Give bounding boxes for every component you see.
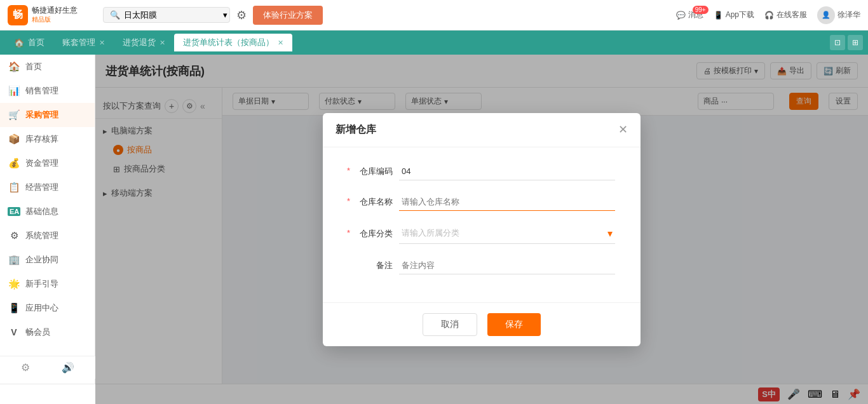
code-input[interactable] [399, 163, 615, 180]
sidebar-item-finance[interactable]: 💰 资金管理 [0, 151, 95, 175]
sidebar-sales-label: 销售管理 [25, 85, 58, 97]
sidebar-member-label: 畅会员 [25, 327, 50, 338]
sidebar-item-home[interactable]: 🏠 首页 [0, 55, 95, 79]
form-row-name: 仓库名称 [348, 193, 615, 211]
modal-close-button[interactable]: ✕ [618, 124, 628, 135]
sidebar-item-purchase[interactable]: 🛒 采购管理 [0, 103, 95, 127]
category-label: 仓库分类 [348, 228, 399, 239]
app-download-button[interactable]: 📱 App下载 [714, 10, 754, 20]
tab-purchase-return-close[interactable]: ✕ [159, 39, 165, 47]
sidebar-item-member[interactable]: V 畅会员 [0, 320, 95, 344]
sidebar-home-label: 首页 [25, 61, 42, 72]
enterprise-icon: 🏢 [8, 254, 20, 266]
search-icon: 🔍 [110, 10, 120, 20]
sidebar-item-enterprise[interactable]: 🏢 企业协同 [0, 248, 95, 272]
sidebar-item-inventory[interactable]: 📦 库存核算 [0, 127, 95, 151]
category-select[interactable]: 请输入所属分类 ▾ [399, 224, 615, 244]
sidebar-guide-label: 新手引导 [25, 278, 58, 290]
experience-button[interactable]: 体验行业方案 [253, 6, 323, 25]
sidebar-inventory-label: 库存核算 [25, 133, 58, 145]
purchase-icon: 🛒 [8, 109, 20, 121]
home-sidebar-icon: 🏠 [8, 61, 20, 72]
app-download-label: App下载 [726, 10, 754, 20]
logo-sub: 精品版 [32, 15, 78, 24]
code-label: 仓库编码 [348, 166, 399, 177]
mobile-icon: 📱 [714, 11, 723, 20]
username: 徐泽华 [837, 10, 860, 20]
main-layout: 🏠 首页 📊 销售管理 🛒 采购管理 📦 库存核算 💰 资金管理 📋 经营管理 … [0, 55, 868, 404]
sidebar-item-basic[interactable]: EA 基础信息 [0, 199, 95, 224]
category-dropdown-icon: ▾ [607, 227, 613, 239]
guide-icon: 🌟 [8, 278, 20, 290]
name-label: 仓库名称 [348, 196, 399, 208]
tab-home-label: 首页 [28, 37, 44, 48]
tab-purchase-return[interactable]: 进货退货 ✕ [114, 34, 174, 51]
online-service-label: 在线客服 [776, 10, 807, 20]
message-icon: 💬 [676, 11, 686, 20]
tab-purchase-stats-label: 进货单统计表（按商品） [183, 37, 274, 48]
tab-purchase-stats-close[interactable]: ✕ [278, 39, 283, 47]
logo-area: 畅 畅捷通好生意 精品版 [8, 5, 103, 25]
system-icon: ⚙ [8, 230, 20, 241]
category-placeholder: 请输入所属分类 [402, 227, 459, 239]
tab-controls: ⊡ ⊞ [830, 35, 863, 50]
form-row-code: 仓库编码 [348, 163, 615, 180]
sidebar-item-sales[interactable]: 📊 销售管理 [0, 79, 95, 103]
headset-icon: 🎧 [764, 11, 774, 20]
header-right: 💬 消息 99+ 📱 App下载 🎧 在线客服 👤 徐泽华 [676, 6, 860, 24]
header-search[interactable]: 🔍 ▾ [103, 7, 230, 23]
dropdown-icon: ▾ [223, 10, 227, 20]
tab-maximize-button[interactable]: ⊞ [848, 35, 863, 50]
sidebar: 🏠 首页 📊 销售管理 🛒 采购管理 📦 库存核算 💰 资金管理 📋 经营管理 … [0, 55, 95, 404]
member-icon: V [8, 327, 20, 337]
tab-bar: 🏠 首页 账套管理 ✕ 进货退货 ✕ 进货单统计表（按商品） ✕ ⊡ ⊞ [0, 30, 868, 55]
operations-icon: 📋 [8, 182, 20, 193]
name-input[interactable] [399, 193, 615, 211]
inventory-icon: 📦 [8, 133, 20, 145]
tab-purchase-stats[interactable]: 进货单统计表（按商品） ✕ [174, 34, 292, 51]
messages-badge: 99+ [693, 6, 709, 14]
sidebar-bottom: ⚙ 🔊 [0, 356, 95, 379]
sidebar-apps-label: 应用中心 [25, 302, 58, 314]
modal-new-warehouse: 新增仓库 ✕ 仓库编码 仓库名称 仓库 [323, 113, 641, 346]
messages-button[interactable]: 💬 消息 99+ [676, 10, 703, 20]
remark-input[interactable] [399, 257, 615, 274]
modal-footer: 取消 保存 [323, 302, 641, 346]
basic-icon: EA [8, 207, 20, 216]
sidebar-basic-label: 基础信息 [25, 206, 58, 217]
home-icon: 🏠 [14, 38, 24, 48]
sidebar-finance-label: 资金管理 [25, 158, 58, 169]
apps-icon: 📱 [8, 302, 20, 314]
content-area: 进货单统计(按商品) 🖨 按模板打印 ▾ 📤 导出 🔄 刷新 [95, 55, 868, 404]
sidebar-enterprise-label: 企业协同 [25, 254, 58, 266]
avatar: 👤 [817, 6, 835, 24]
tab-home[interactable]: 🏠 首页 [5, 34, 53, 51]
form-row-category: 仓库分类 请输入所属分类 ▾ [348, 224, 615, 244]
remark-label: 备注 [348, 260, 399, 271]
search-input[interactable] [124, 10, 219, 20]
tab-account-close[interactable]: ✕ [99, 39, 105, 47]
sidebar-item-apps[interactable]: 📱 应用中心 [0, 296, 95, 320]
gear-icon[interactable]: ⚙ [236, 8, 247, 22]
save-button[interactable]: 保存 [487, 313, 541, 336]
modal-overlay[interactable]: 新增仓库 ✕ 仓库编码 仓库名称 仓库 [95, 55, 868, 404]
finance-icon: 💰 [8, 158, 20, 169]
sidebar-settings-icon[interactable]: ⚙ [21, 361, 30, 374]
online-service-button[interactable]: 🎧 在线客服 [764, 10, 807, 20]
sidebar-item-guide[interactable]: 🌟 新手引导 [0, 272, 95, 296]
tab-restore-button[interactable]: ⊡ [830, 35, 845, 50]
sidebar-volume-icon[interactable]: 🔊 [62, 361, 74, 374]
sidebar-operations-label: 经营管理 [25, 182, 58, 193]
modal-body: 仓库编码 仓库名称 仓库分类 请输入所属分类 ▾ [323, 147, 641, 302]
tab-account[interactable]: 账套管理 ✕ [53, 34, 114, 51]
sidebar-item-system[interactable]: ⚙ 系统管理 [0, 224, 95, 248]
sidebar-purchase-label: 采购管理 [25, 109, 58, 121]
user-menu[interactable]: 👤 徐泽华 [817, 6, 860, 24]
tab-purchase-return-label: 进货退货 [123, 37, 156, 48]
cancel-button[interactable]: 取消 [423, 313, 477, 336]
sidebar-item-operations[interactable]: 📋 经营管理 [0, 175, 95, 199]
logo-text: 畅捷通好生意 [32, 6, 78, 16]
form-row-remark: 备注 [348, 257, 615, 274]
sales-icon: 📊 [8, 85, 20, 97]
sidebar-system-label: 系统管理 [25, 230, 58, 241]
